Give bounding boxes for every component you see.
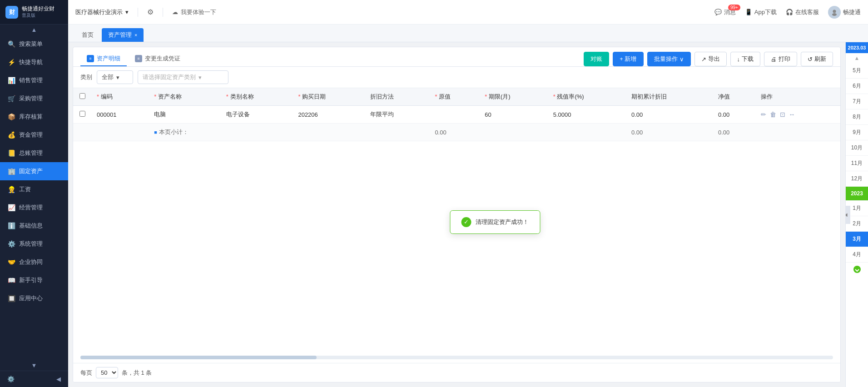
refresh-button[interactable]: ↺ 刷新 xyxy=(801,52,833,66)
sidebar-item-purchase[interactable]: 🛒 采购管理 xyxy=(0,89,68,108)
calendar-month-4[interactable]: 4月 xyxy=(846,247,868,263)
topbar-settings-icon[interactable]: ⚙ xyxy=(147,8,154,16)
calendar-month-3-current[interactable]: 3月 xyxy=(846,232,868,247)
row-checkbox[interactable] xyxy=(79,111,85,117)
calendar-month-8[interactable]: 8月 xyxy=(846,109,868,125)
sidebar-item-finance[interactable]: 💰 资金管理 xyxy=(0,126,68,144)
topbar-divider xyxy=(138,8,138,17)
delete-action-icon[interactable]: 🗑 xyxy=(770,111,776,118)
sidebar-item-label-sales: 销售管理 xyxy=(19,76,43,84)
sidebar-bottom: ⚙️ ◀ xyxy=(0,371,68,387)
category-select[interactable]: 请选择固定资产类别 ▾ xyxy=(138,70,228,84)
sidebar-item-system[interactable]: ⚙️ 系统管理 xyxy=(0,235,68,253)
per-page-select[interactable]: 50 xyxy=(96,367,118,378)
calendar-month-7[interactable]: 7月 xyxy=(846,94,868,109)
edit-action-icon[interactable]: ✏ xyxy=(761,111,766,118)
header-purchase-date: * 购买日期 xyxy=(293,88,365,106)
subtotal-label-cell xyxy=(73,124,149,141)
sidebar-item-fixed-assets[interactable]: 🏢 固定资产 xyxy=(0,162,68,180)
calendar-scroll-bottom-icon xyxy=(846,263,868,278)
scrollbar-thumb[interactable] xyxy=(80,356,317,359)
sidebar-item-basic-info[interactable]: ℹ️ 基础信息 xyxy=(0,217,68,235)
calendar-items: 5月 6月 7月 8月 9月 10月 11月 12月 2023 1月 2月 3月… xyxy=(846,63,868,387)
sidebar-item-operations[interactable]: 📈 经营管理 xyxy=(0,198,68,217)
tab-asset-management[interactable]: 资产管理 × xyxy=(102,28,144,42)
calendar-month-9[interactable]: 9月 xyxy=(846,125,868,140)
experience-icon: ☁ xyxy=(172,9,178,15)
topbar-divider2 xyxy=(163,8,163,17)
row-net-value: 0.00 xyxy=(713,106,755,124)
horizontal-scrollbar[interactable] xyxy=(80,356,833,359)
new-button[interactable]: + 新增 xyxy=(613,52,643,66)
reconcile-button[interactable]: 对账 xyxy=(584,52,609,66)
messages-button[interactable]: 💬 消息 99+ xyxy=(714,8,736,16)
app-logo: 财 xyxy=(5,6,18,19)
success-message: 清理固定资产成功！ xyxy=(476,218,529,226)
more-action-icon[interactable]: ↔ xyxy=(789,111,795,118)
sidebar-item-label-fixed-assets: 固定资产 xyxy=(19,167,43,175)
calendar-expand-button[interactable]: ◀ xyxy=(845,206,850,224)
calendar-month-12[interactable]: 12月 xyxy=(846,171,868,187)
category-type-value: 全部 xyxy=(102,73,114,81)
sub-tabs: ≡ 资产明细 ≡ 变更生成凭证 对账 + 新增 批量操作 ∨ ↗ xyxy=(73,47,840,67)
company-selector[interactable]: 医疗器械行业演示 ▾ xyxy=(75,8,129,16)
subtotal-empty5 xyxy=(755,124,840,141)
header-checkbox-cell xyxy=(73,88,91,106)
user-profile[interactable]: 畅捷通 xyxy=(828,6,861,19)
main-area: 医疗器械行业演示 ▾ ⚙ ☁ 我要体验一下 💬 消息 99+ 📱 App下载 🎧… xyxy=(68,0,868,387)
sidebar-item-payroll[interactable]: 👷 工资 xyxy=(0,180,68,198)
app-download-label: App下载 xyxy=(754,8,777,16)
sidebar-item-cooperation[interactable]: 🤝 企业协同 xyxy=(0,253,68,271)
sidebar-item-inventory[interactable]: 📦 库存核算 xyxy=(0,108,68,126)
sidebar-item-quick-nav[interactable]: ⚡ 快捷导航 xyxy=(0,53,68,71)
guide-icon: 📖 xyxy=(7,276,15,284)
print-button[interactable]: 🖨 打印 xyxy=(764,52,797,66)
sub-tab-change-voucher-label: 变更生成凭证 xyxy=(145,55,180,63)
total-label: 条，共 1 条 xyxy=(122,369,152,377)
sidebar-item-guide[interactable]: 📖 新手引导 xyxy=(0,271,68,289)
subtotal-row: ■ 本页小计： 0.00 0.00 0.00 xyxy=(73,124,840,141)
tab-close-icon[interactable]: × xyxy=(134,32,137,38)
sidebar-collapse-icon[interactable]: ◀ xyxy=(56,376,61,382)
row-purchase-date: 202206 xyxy=(293,106,365,124)
sidebar-nav: 🔍 搜索菜单 ⚡ 快捷导航 📊 销售管理 🛒 采购管理 📦 库存核算 💰 资金管… xyxy=(0,35,68,360)
calendar-month-10[interactable]: 10月 xyxy=(846,140,868,156)
row-actions: ✏ 🗑 ⊡ ↔ xyxy=(755,106,840,124)
sidebar-item-app-center[interactable]: 🔲 应用中心 xyxy=(0,289,68,308)
tab-home[interactable]: 首页 xyxy=(75,28,100,42)
sidebar-scroll-down[interactable]: ▼ xyxy=(0,360,68,371)
select-all-checkbox[interactable] xyxy=(79,93,85,99)
experience-button[interactable]: ☁ 我要体验一下 xyxy=(172,8,216,16)
sidebar-settings-icon[interactable]: ⚙️ xyxy=(7,376,15,382)
calendar-header: 2023.03 xyxy=(846,42,868,53)
online-service-button[interactable]: 🎧 在线客服 xyxy=(786,8,819,16)
download-button[interactable]: ↓ 下载 xyxy=(730,52,761,66)
sidebar-item-search[interactable]: 🔍 搜索菜单 xyxy=(0,35,68,53)
sidebar-item-ledger[interactable]: 📒 总账管理 xyxy=(0,144,68,162)
app-download-button[interactable]: 📱 App下载 xyxy=(745,8,777,16)
sub-tab-change-voucher[interactable]: ≡ 变更生成凭证 xyxy=(129,52,187,66)
calendar-scroll-up[interactable]: ▲ xyxy=(846,53,868,63)
export-icon: ↗ xyxy=(701,56,706,63)
assets-table: * 编码 * 资产名称 * 类别名称 * 购买日期 折旧方法 * 原值 * 期限… xyxy=(73,88,840,141)
user-name: 畅捷通 xyxy=(843,8,861,16)
calendar-month-5[interactable]: 5月 xyxy=(846,63,868,79)
batch-ops-button[interactable]: 批量操作 ∨ xyxy=(647,52,691,66)
header-residual-rate: * 残值率(%) xyxy=(548,88,626,106)
sidebar-scroll-up[interactable]: ▲ xyxy=(0,25,68,35)
sub-tab-asset-detail[interactable]: ≡ 资产明细 xyxy=(80,52,127,66)
sidebar-item-label-purchase: 采购管理 xyxy=(19,94,43,103)
row-initial-depreciation: 0.00 xyxy=(626,106,713,124)
calendar-month-6[interactable]: 6月 xyxy=(846,79,868,94)
calendar-year-2023[interactable]: 2023 xyxy=(846,187,868,201)
calendar-month-11[interactable]: 11月 xyxy=(846,156,868,171)
sidebar-item-sales[interactable]: 📊 销售管理 xyxy=(0,71,68,89)
sidebar-item-label-quick-nav: 快捷导航 xyxy=(19,58,43,66)
export-button[interactable]: ↗ 导出 xyxy=(694,52,727,66)
header-initial-depreciation: 期初累计折旧 xyxy=(626,88,713,106)
svg-point-2 xyxy=(853,266,861,273)
copy-action-icon[interactable]: ⊡ xyxy=(780,111,785,118)
asset-detail-tab-icon: ≡ xyxy=(87,55,94,62)
category-type-select[interactable]: 全部 ▾ xyxy=(97,70,133,84)
print-label: 打印 xyxy=(779,55,790,63)
